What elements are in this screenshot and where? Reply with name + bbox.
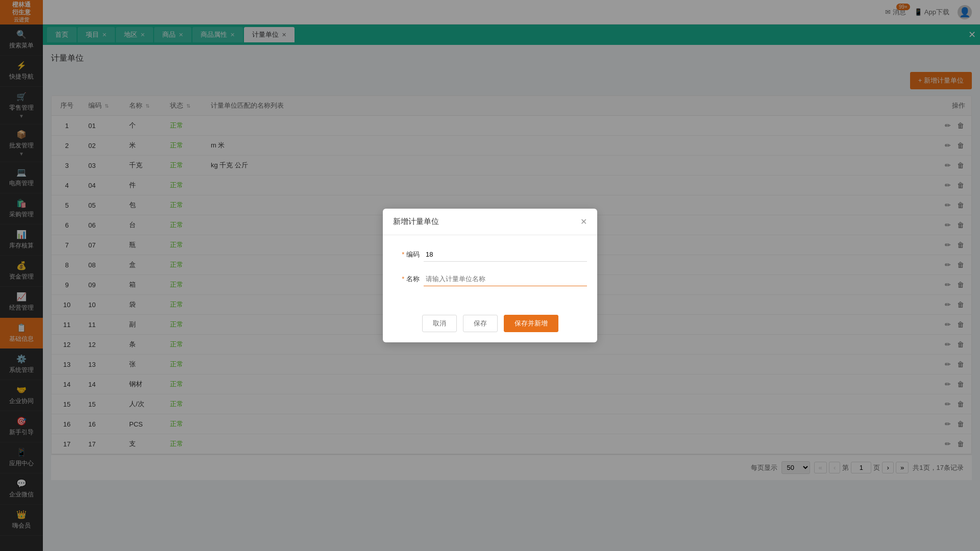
modal-close-button[interactable]: ✕ — [580, 217, 587, 227]
add-unit-modal: 新增计量单位 ✕ 编码 名称 取消 保存 保存并新增 — [383, 209, 597, 342]
modal-title: 新增计量单位 — [393, 217, 439, 227]
save-button[interactable]: 保存 — [463, 315, 498, 332]
modal-body: 编码 名称 — [383, 235, 597, 309]
modal-overlay[interactable]: 新增计量单位 ✕ 编码 名称 取消 保存 保存并新增 — [0, 0, 980, 551]
code-label: 编码 — [393, 250, 424, 259]
modal-header: 新增计量单位 ✕ — [383, 209, 597, 235]
save-and-new-button[interactable]: 保存并新增 — [504, 315, 558, 332]
code-input[interactable] — [424, 247, 587, 262]
name-form-row: 名称 — [393, 272, 587, 286]
modal-footer: 取消 保存 保存并新增 — [383, 309, 597, 342]
code-form-row: 编码 — [393, 247, 587, 262]
name-input[interactable] — [424, 272, 587, 286]
cancel-button[interactable]: 取消 — [422, 315, 457, 332]
name-label: 名称 — [393, 274, 424, 284]
